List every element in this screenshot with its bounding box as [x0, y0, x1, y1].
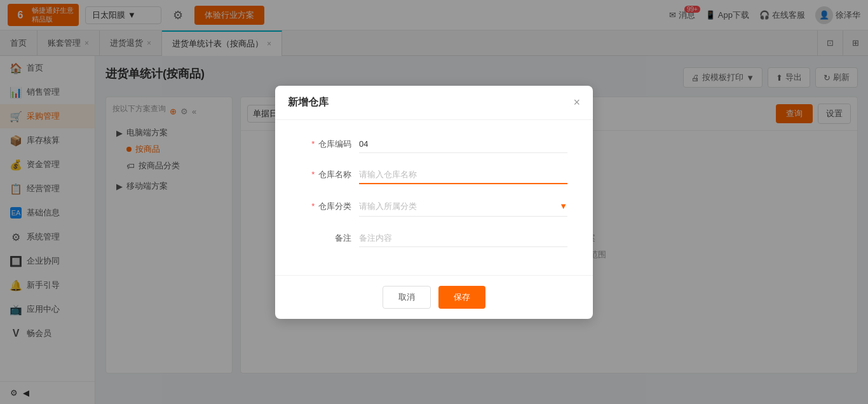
warehouse-category-select[interactable]: 请输入所属分类 ▼ — [359, 197, 567, 217]
form-row-code: * 仓库编码 — [301, 135, 567, 153]
modal-footer: 取消 保存 — [275, 275, 593, 319]
modal-body: * 仓库编码 * 仓库名称 * 仓库分类 请输入所属 — [275, 120, 593, 275]
form-row-remark: 备注 — [301, 229, 567, 247]
save-button[interactable]: 保存 — [438, 286, 485, 309]
warehouse-code-input[interactable] — [359, 135, 567, 153]
modal-title: 新增仓库 — [288, 96, 329, 109]
cancel-button[interactable]: 取消 — [383, 286, 431, 309]
name-label: * 仓库名称 — [301, 169, 351, 180]
warehouse-name-input[interactable] — [359, 166, 567, 184]
remark-label: 备注 — [301, 232, 351, 244]
modal-overlay: 新增仓库 × * 仓库编码 * 仓库名称 — [0, 0, 868, 404]
modal-header: 新增仓库 × — [275, 86, 593, 120]
required-star-code: * — [311, 139, 315, 149]
warehouse-remark-input[interactable] — [359, 229, 567, 247]
modal-close-button[interactable]: × — [573, 96, 580, 109]
category-label: * 仓库分类 — [301, 201, 351, 212]
form-row-name: * 仓库名称 — [301, 166, 567, 184]
required-star-name: * — [311, 170, 315, 179]
form-row-category: * 仓库分类 请输入所属分类 ▼ — [301, 197, 567, 217]
code-label: * 仓库编码 — [301, 138, 351, 150]
category-dropdown-icon: ▼ — [559, 201, 567, 211]
add-warehouse-modal: 新增仓库 × * 仓库编码 * 仓库名称 — [275, 86, 593, 319]
required-star-category: * — [311, 201, 315, 211]
